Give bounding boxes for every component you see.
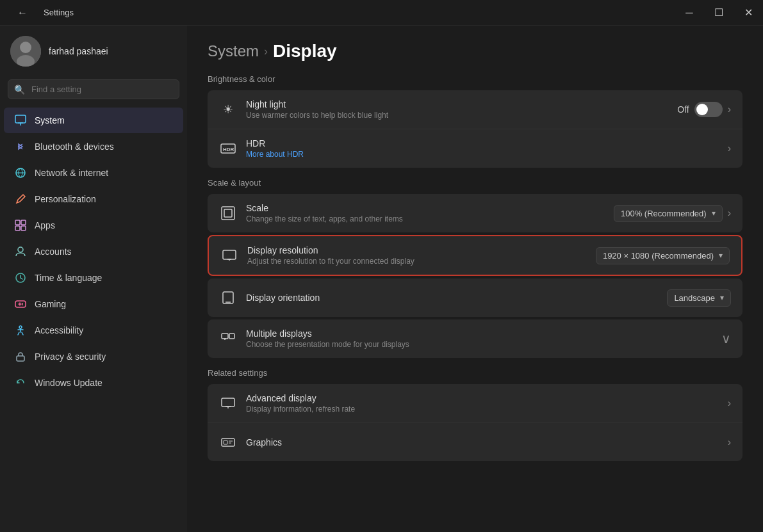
svg-rect-35 bbox=[224, 440, 227, 444]
advanced-display-row[interactable]: Advanced display Display information, re… bbox=[208, 384, 742, 423]
graphics-icon bbox=[219, 433, 237, 451]
sidebar: farhad pashaei 🔍 System Bluetooth & devi… bbox=[0, 26, 187, 532]
scale-row[interactable]: Scale Change the size of text, apps, and… bbox=[208, 194, 742, 232]
avatar bbox=[10, 36, 41, 67]
night-light-control: Off › bbox=[677, 102, 731, 117]
sidebar-item-label-gaming: Gaming bbox=[35, 299, 66, 309]
night-light-chevron: › bbox=[728, 104, 731, 115]
display-orientation-text: Display orientation bbox=[246, 293, 658, 303]
scale-chevron: › bbox=[728, 207, 731, 219]
sidebar-item-label-accounts: Accounts bbox=[35, 246, 72, 257]
svg-text:HDR: HDR bbox=[223, 147, 234, 152]
sidebar-item-gaming[interactable]: Gaming bbox=[4, 291, 183, 317]
sidebar-item-network[interactable]: Network & internet bbox=[4, 160, 183, 186]
scale-icon bbox=[219, 204, 237, 222]
night-light-row[interactable]: ☀ Night light Use warmer colors to help … bbox=[208, 90, 742, 129]
display-resolution-subtitle: Adjust the resolution to fit your connec… bbox=[247, 257, 587, 266]
search-bar: 🔍 bbox=[8, 79, 179, 99]
sidebar-item-update[interactable]: Windows Update bbox=[4, 370, 183, 396]
svg-rect-17 bbox=[17, 356, 24, 361]
network-nav-icon bbox=[14, 166, 27, 179]
sidebar-item-label-system: System bbox=[35, 115, 65, 125]
hdr-chevron: › bbox=[728, 143, 731, 154]
breadcrumb-separator: › bbox=[264, 45, 268, 58]
graphics-chevron: › bbox=[728, 437, 731, 448]
sidebar-item-label-privacy: Privacy & security bbox=[35, 351, 106, 362]
night-light-toggle[interactable] bbox=[694, 102, 723, 117]
hdr-row[interactable]: HDR HDR More about HDR › bbox=[208, 129, 742, 168]
display-resolution-icon bbox=[220, 246, 238, 264]
night-light-title: Night light bbox=[246, 99, 668, 109]
display-orientation-row[interactable]: Display orientation Landscape ▾ bbox=[208, 278, 742, 317]
display-orientation-dropdown[interactable]: Landscape ▾ bbox=[667, 289, 731, 307]
maximize-button[interactable]: ☐ bbox=[704, 0, 734, 26]
sidebar-item-accounts[interactable]: Accounts bbox=[4, 239, 183, 264]
sidebar-item-bluetooth[interactable]: Bluetooth & devices bbox=[4, 134, 183, 159]
breadcrumb-current: Display bbox=[273, 41, 337, 61]
svg-rect-8 bbox=[21, 220, 26, 225]
search-input[interactable] bbox=[8, 79, 179, 99]
display-resolution-card: Display resolution Adjust the resolution… bbox=[208, 235, 742, 276]
multiple-displays-row[interactable]: Multiple displays Choose the presentatio… bbox=[208, 319, 742, 358]
advanced-display-title: Advanced display bbox=[246, 393, 719, 403]
display-resolution-dropdown[interactable]: 1920 × 1080 (Recommended) ▾ bbox=[596, 247, 730, 264]
hdr-control: › bbox=[728, 143, 731, 154]
hdr-title: HDR bbox=[246, 138, 719, 149]
graphics-control: › bbox=[728, 437, 731, 448]
breadcrumb-parent[interactable]: System bbox=[208, 42, 259, 60]
svg-rect-21 bbox=[224, 209, 232, 217]
svg-rect-27 bbox=[222, 334, 228, 339]
advanced-display-icon bbox=[219, 394, 237, 412]
system-nav-icon bbox=[14, 114, 27, 127]
hdr-icon: HDR bbox=[219, 140, 237, 157]
sidebar-item-time[interactable]: Time & language bbox=[4, 265, 183, 291]
multiple-displays-subtitle: Choose the presentation mode for your di… bbox=[246, 340, 712, 349]
sidebar-item-label-network: Network & internet bbox=[35, 168, 108, 178]
multiple-displays-text: Multiple displays Choose the presentatio… bbox=[246, 328, 712, 349]
bluetooth-nav-icon bbox=[14, 140, 27, 153]
close-button[interactable]: ✕ bbox=[734, 0, 763, 26]
hdr-text: HDR More about HDR bbox=[246, 138, 719, 159]
display-orientation-dropdown-arrow: ▾ bbox=[720, 293, 724, 302]
graphics-title: Graphics bbox=[246, 437, 719, 447]
scale-dropdown-arrow: ▾ bbox=[712, 209, 716, 218]
svg-rect-22 bbox=[223, 250, 236, 259]
section-label-scale: Scale & layout bbox=[208, 178, 742, 188]
brightness-color-card: ☀ Night light Use warmer colors to help … bbox=[208, 90, 742, 168]
sidebar-item-label-update: Windows Update bbox=[35, 378, 103, 388]
apps-nav-icon bbox=[14, 219, 27, 232]
display-orientation-control: Landscape ▾ bbox=[667, 289, 731, 307]
display-resolution-row[interactable]: Display resolution Adjust the resolution… bbox=[209, 236, 741, 275]
display-resolution-control: 1920 × 1080 (Recommended) ▾ bbox=[596, 247, 730, 264]
hdr-subtitle[interactable]: More about HDR bbox=[246, 150, 719, 159]
scale-control: 100% (Recommended) ▾ › bbox=[614, 205, 731, 222]
nav-list: System Bluetooth & devices Network & int… bbox=[0, 107, 187, 396]
section-label-brightness: Brightness & color bbox=[208, 74, 742, 84]
back-button[interactable]: ← bbox=[8, 0, 37, 26]
titlebar-controls: ─ ☐ ✕ bbox=[675, 0, 763, 26]
graphics-text: Graphics bbox=[246, 437, 719, 447]
multiple-displays-control: ∨ bbox=[721, 331, 731, 346]
multiple-displays-title: Multiple displays bbox=[246, 328, 712, 339]
toggle-off-label: Off bbox=[677, 104, 689, 115]
scale-dropdown[interactable]: 100% (Recommended) ▾ bbox=[614, 205, 723, 222]
sidebar-item-privacy[interactable]: Privacy & security bbox=[4, 344, 183, 369]
sidebar-item-accessibility[interactable]: Accessibility bbox=[4, 318, 183, 343]
svg-point-15 bbox=[22, 304, 23, 305]
sidebar-item-system[interactable]: System bbox=[4, 108, 183, 133]
scale-dropdown-value: 100% (Recommended) bbox=[621, 209, 707, 218]
svg-rect-31 bbox=[222, 398, 234, 407]
search-icon: 🔍 bbox=[14, 85, 25, 95]
advanced-display-control: › bbox=[728, 398, 731, 409]
display-resolution-dropdown-value: 1920 × 1080 (Recommended) bbox=[603, 251, 714, 261]
sidebar-item-apps[interactable]: Apps bbox=[4, 213, 183, 238]
graphics-row[interactable]: Graphics › bbox=[208, 423, 742, 461]
minimize-button[interactable]: ─ bbox=[675, 0, 704, 26]
svg-point-14 bbox=[22, 303, 23, 304]
display-resolution-dropdown-arrow: ▾ bbox=[719, 251, 723, 260]
update-nav-icon bbox=[14, 376, 27, 389]
sidebar-item-personalization[interactable]: Personalization bbox=[4, 186, 183, 212]
user-profile[interactable]: farhad pashaei bbox=[0, 26, 187, 79]
sidebar-item-label-apps: Apps bbox=[35, 220, 55, 230]
display-orientation-dropdown-value: Landscape bbox=[674, 293, 715, 303]
